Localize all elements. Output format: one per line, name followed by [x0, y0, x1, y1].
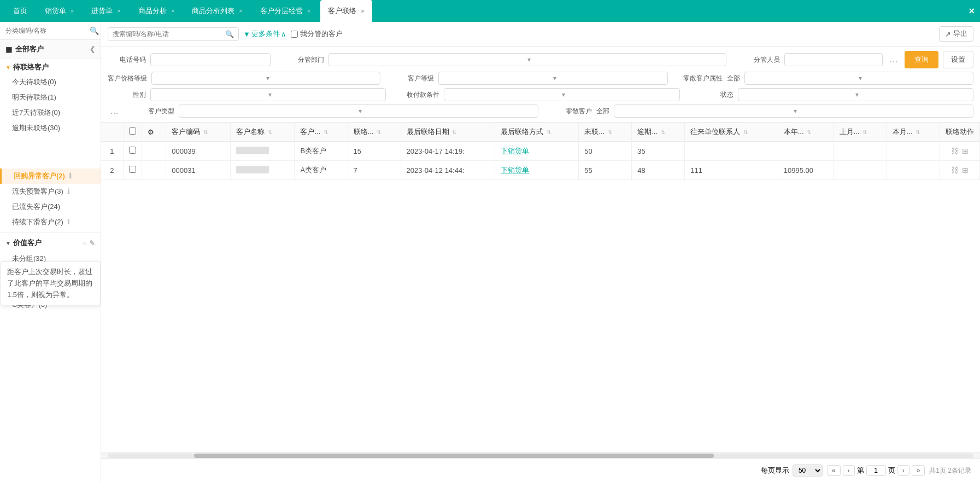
col-name-sort[interactable]: ⇅: [268, 129, 272, 135]
col-header-overdue[interactable]: 逾期... ⇅: [632, 123, 685, 142]
tab-product-analysis-list[interactable]: 商品分析列表 ×: [184, 0, 250, 22]
more-filter-dots[interactable]: …: [108, 106, 121, 116]
tab-sales-close[interactable]: ×: [71, 8, 74, 14]
select-all-checkbox[interactable]: [129, 127, 136, 135]
col-header-unit-contact[interactable]: 往来单位联系人 ⇅: [685, 123, 778, 142]
sidebar-item-repurchase-abnormal[interactable]: 回购异常客户(2) ℹ: [0, 169, 101, 184]
my-customer-checkbox[interactable]: [291, 31, 298, 38]
col-header-level[interactable]: 客户... ⇅: [295, 123, 348, 142]
tab-customer-contact-close[interactable]: ×: [361, 8, 364, 14]
more-conditions-button[interactable]: ▼ 更多条件 ∧: [243, 29, 286, 39]
col-header-contact[interactable]: 联络... ⇅: [348, 123, 401, 142]
repurchase-info-icon[interactable]: ℹ: [69, 172, 72, 180]
tab-customer-contact[interactable]: 客户联络 ×: [320, 0, 372, 22]
h-scroll-thumb[interactable]: [194, 454, 713, 458]
col-level-sort[interactable]: ⇅: [324, 129, 328, 135]
row2-last-method[interactable]: 下销货单: [495, 161, 579, 180]
payment-select[interactable]: ▾: [444, 88, 679, 101]
window-close-button[interactable]: ×: [969, 5, 975, 17]
retail-attr-select[interactable]: ▾: [744, 72, 973, 85]
col-header-name[interactable]: 客户名称 ⇅: [230, 123, 295, 142]
value-customer-header[interactable]: ▼ 价值客户 ○ ✎: [0, 235, 101, 251]
col-last-month-sort[interactable]: ⇅: [862, 129, 867, 135]
row2-last-method-link[interactable]: 下销货单: [501, 166, 529, 174]
circle-icon[interactable]: ○: [83, 239, 87, 247]
row1-checkbox[interactable]: [129, 147, 136, 154]
col-this-year-sort[interactable]: ⇅: [807, 129, 811, 135]
tab-purchase[interactable]: 进货单 ×: [84, 0, 128, 22]
tab-sales[interactable]: 销货单 ×: [37, 0, 81, 22]
price-level-select[interactable]: ▾: [151, 72, 380, 85]
sidebar-item-lost-pre[interactable]: 流失预警客户(3) ℹ: [0, 184, 101, 199]
manager-dots[interactable]: …: [887, 55, 900, 65]
col-header-last-method[interactable]: 最后联络方式 ⇅: [495, 123, 579, 142]
h-scroll-track[interactable]: [108, 454, 973, 458]
edit-icon[interactable]: ✎: [89, 239, 95, 247]
row2-link-icon[interactable]: ⛓: [951, 166, 959, 175]
tab-purchase-close[interactable]: ×: [117, 8, 120, 14]
retail-select[interactable]: ▾: [614, 104, 973, 118]
setting-button[interactable]: 设置: [943, 51, 973, 68]
col-contact-sort[interactable]: ⇅: [377, 129, 381, 135]
next-page-button[interactable]: ›: [897, 465, 909, 476]
row1-check[interactable]: [123, 142, 142, 161]
page-number-input[interactable]: [866, 465, 886, 476]
customer-type-select[interactable]: ▾: [179, 104, 538, 118]
sidebar-item-tomorrow[interactable]: 明天待联络(1): [0, 90, 101, 105]
tab-product-analysis[interactable]: 商品分析 ×: [131, 0, 182, 22]
manager-input[interactable]: [789, 56, 878, 63]
sidebar-item-overdue[interactable]: 逾期未联络(30): [0, 120, 101, 136]
row1-last-method-link[interactable]: 下销货单: [501, 147, 529, 155]
manager-input-field[interactable]: [784, 53, 883, 66]
row2-check[interactable]: [123, 161, 142, 180]
declining-info-icon[interactable]: ℹ: [67, 218, 70, 226]
sidebar-item-7days[interactable]: 近7天待联络(0): [0, 105, 101, 120]
prev-page-button[interactable]: ‹: [843, 465, 855, 476]
col-header-unreached[interactable]: 未联... ⇅: [579, 123, 632, 142]
settings-icon[interactable]: ⚙: [148, 128, 154, 136]
horizontal-scroll-area[interactable]: [101, 452, 980, 458]
sidebar-item-declining[interactable]: 持续下滑客户(2) ℹ: [0, 214, 101, 230]
col-unreached-sort[interactable]: ⇅: [608, 129, 612, 135]
col-last-method-sort[interactable]: ⇅: [547, 129, 551, 135]
tab-customer-tier[interactable]: 客户分层经营 ×: [253, 0, 318, 22]
col-header-check[interactable]: [123, 123, 142, 142]
row1-last-method[interactable]: 下销货单: [495, 142, 579, 161]
tab-customer-tier-close[interactable]: ×: [307, 8, 310, 14]
my-customer-checkbox-wrapper[interactable]: 我分管的客户: [291, 29, 343, 39]
sidebar-search-input[interactable]: [5, 27, 87, 34]
pending-contact-group[interactable]: ▼ 待联络客户: [0, 59, 101, 74]
row2-checkbox[interactable]: [129, 166, 136, 173]
col-this-month-sort[interactable]: ⇅: [916, 129, 920, 135]
sidebar-search-bar[interactable]: 🔍: [0, 22, 101, 40]
phone-input-field[interactable]: [150, 53, 271, 66]
sidebar-search-icon[interactable]: 🔍: [90, 26, 99, 35]
export-button[interactable]: ↗ 导出: [939, 26, 973, 42]
col-header-this-month[interactable]: 本月... ⇅: [887, 123, 940, 142]
col-unit-contact-sort[interactable]: ⇅: [743, 129, 748, 135]
row2-grid-icon[interactable]: ⊞: [962, 166, 969, 175]
tab-product-analysis-list-close[interactable]: ×: [239, 8, 242, 14]
status-select[interactable]: ▾: [738, 88, 973, 101]
col-overdue-sort[interactable]: ⇅: [661, 129, 665, 135]
gender-select[interactable]: ▾: [150, 88, 386, 101]
col-header-last-date[interactable]: 最后联络日期 ⇅: [401, 123, 495, 142]
lost-pre-info-icon[interactable]: ℹ: [67, 187, 70, 195]
dept-select[interactable]: ▾: [328, 53, 726, 66]
tab-home[interactable]: 首页: [5, 0, 35, 22]
first-page-button[interactable]: «: [827, 465, 841, 476]
sidebar-item-lost[interactable]: 已流失客户(24): [0, 199, 101, 214]
search-box[interactable]: 🔍: [108, 27, 239, 41]
sidebar-collapse-icon[interactable]: ❮: [90, 45, 95, 53]
search-icon[interactable]: 🔍: [225, 30, 234, 38]
row1-link-icon[interactable]: ⛓: [951, 147, 959, 155]
tab-product-analysis-close[interactable]: ×: [171, 8, 174, 14]
last-page-button[interactable]: »: [912, 465, 925, 476]
col-header-code[interactable]: 客户编码 ⇅: [166, 123, 231, 142]
col-code-sort[interactable]: ⇅: [203, 129, 208, 135]
query-button[interactable]: 查询: [905, 51, 938, 68]
per-page-select[interactable]: 20 50 100 200: [793, 464, 823, 477]
customer-level-select[interactable]: ▾: [438, 72, 667, 85]
col-header-settings[interactable]: ⚙: [142, 123, 166, 142]
row1-grid-icon[interactable]: ⊞: [962, 147, 969, 155]
